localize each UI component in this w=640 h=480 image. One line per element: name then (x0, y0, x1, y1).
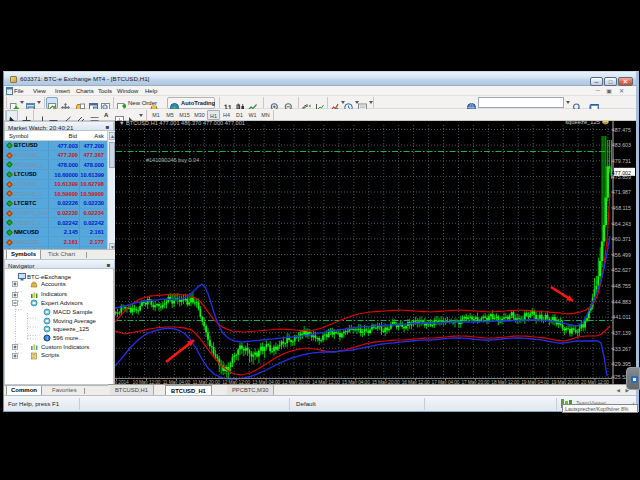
svg-text:#141090246 buy 0.04: #141090246 buy 0.04 (146, 157, 199, 163)
svg-text:464.243: 464.243 (612, 221, 631, 227)
svg-text:441.011: 441.011 (612, 314, 631, 320)
svg-text:444.883: 444.883 (612, 299, 631, 305)
svg-text:437.139: 437.139 (612, 330, 631, 336)
svg-text:squeeze_125: squeeze_125 (565, 121, 600, 125)
svg-text:479.731: 479.731 (612, 158, 631, 164)
svg-text:468.115: 468.115 (612, 205, 631, 211)
svg-text:483.603: 483.603 (612, 142, 631, 148)
svg-text:448.755: 448.755 (612, 283, 631, 289)
svg-text:452.627: 452.627 (612, 267, 631, 273)
svg-text:460.371: 460.371 (612, 236, 631, 242)
svg-text:477.002: 477.002 (612, 170, 631, 176)
svg-text:471.987: 471.987 (612, 189, 631, 195)
svg-text:▼ BTCUSD,H1 477.001 486.370 4: ▼ BTCUSD,H1 477.001 486.370 477.000 477.… (119, 121, 245, 126)
svg-text:i: i (46, 335, 47, 341)
svg-text:456.499: 456.499 (612, 252, 631, 258)
svg-text:433.267: 433.267 (612, 346, 631, 352)
svg-text:487.475: 487.475 (612, 127, 631, 133)
